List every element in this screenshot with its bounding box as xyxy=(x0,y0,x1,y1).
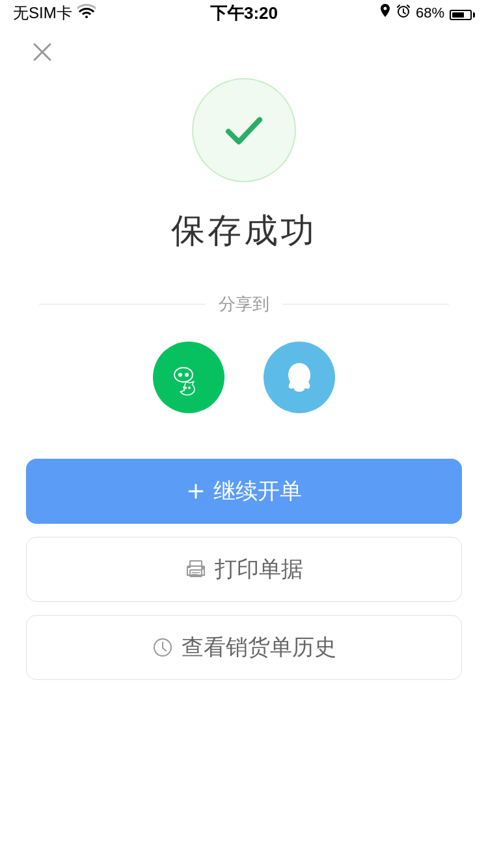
main-content: 保存成功 分享到 xyxy=(0,26,488,680)
status-time: 下午3:20 xyxy=(210,2,278,25)
svg-point-1 xyxy=(174,368,193,382)
plus-icon xyxy=(186,481,206,501)
svg-rect-9 xyxy=(190,561,202,566)
svg-point-4 xyxy=(184,387,187,389)
wechat-share-button[interactable] xyxy=(153,342,224,413)
share-section: 分享到 xyxy=(0,293,488,413)
svg-point-5 xyxy=(188,387,191,389)
clock-icon xyxy=(152,636,174,658)
success-title: 保存成功 xyxy=(171,208,317,254)
svg-point-2 xyxy=(178,373,182,377)
divider-line-left xyxy=(39,304,206,305)
printer-icon xyxy=(185,558,207,580)
divider-line-right xyxy=(282,304,449,305)
continue-label: 继续开单 xyxy=(213,476,302,506)
wifi-icon xyxy=(77,4,96,22)
continue-button[interactable]: 继续开单 xyxy=(26,459,462,524)
alarm-icon xyxy=(396,4,411,22)
close-button[interactable] xyxy=(26,36,59,68)
location-icon xyxy=(379,4,391,22)
share-label: 分享到 xyxy=(219,293,269,316)
status-left: 无SIM卡 xyxy=(13,3,96,23)
history-label: 查看销货单历史 xyxy=(182,632,336,662)
battery-percentage: 68% xyxy=(416,5,444,21)
check-icon xyxy=(218,104,270,156)
qq-share-button[interactable] xyxy=(264,342,335,413)
print-label: 打印单据 xyxy=(215,554,303,584)
svg-point-12 xyxy=(201,567,204,570)
share-icons xyxy=(153,342,335,413)
status-bar: 无SIM卡 下午3:20 68% xyxy=(0,0,488,26)
success-circle xyxy=(192,78,296,182)
history-button[interactable]: 查看销货单历史 xyxy=(26,615,462,680)
svg-point-8 xyxy=(294,387,305,392)
battery-icon xyxy=(450,5,475,21)
status-right: 68% xyxy=(379,4,475,22)
carrier-text: 无SIM卡 xyxy=(13,3,72,23)
share-divider: 分享到 xyxy=(0,293,488,316)
action-buttons: 继续开单 打印单据 xyxy=(0,459,488,680)
svg-point-3 xyxy=(185,373,189,377)
print-button[interactable]: 打印单据 xyxy=(26,537,462,602)
